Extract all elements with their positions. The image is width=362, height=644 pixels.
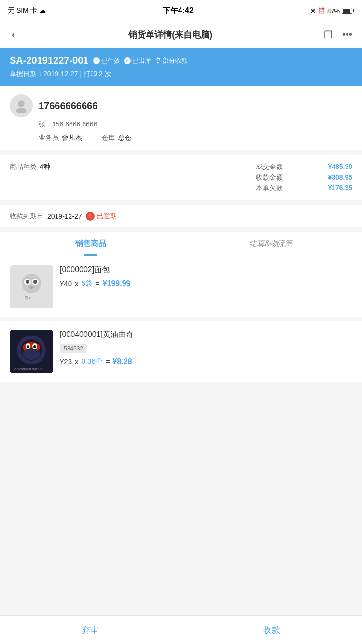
price-qty-1: 5袋 xyxy=(82,279,93,288)
price-multiply-2: x xyxy=(75,357,79,365)
product-name-2: [000400001]黄油曲奇 xyxy=(60,330,352,340)
product-thumb-2: advanced whale xyxy=(10,330,53,373)
more-button[interactable]: ••• xyxy=(340,27,354,42)
badge-effective: ✓ 已生效 xyxy=(93,56,120,65)
svg-point-18 xyxy=(27,345,29,348)
price-qty-2: 0.36个 xyxy=(82,357,103,366)
check-icon-1: ✓ xyxy=(93,57,100,64)
order-date-line: 单据日期：2019-12-27 | 打印 2 次 xyxy=(10,70,352,79)
product-price-1: ¥40 x 5袋 = ¥199.99 xyxy=(60,279,352,288)
stats-section: 商品种类 4种 成交金额 ¥485.30 收款金额 ¥308.95 本单欠款 ¥… xyxy=(0,155,362,200)
status-left: 无 SIM 卡 ☁ xyxy=(8,6,46,15)
alarm-icon: ⏰ xyxy=(318,7,325,14)
price-multiply-1: x xyxy=(75,280,79,288)
customer-sub-info: 张，156 6666 6666 xyxy=(39,120,352,129)
product-name-1: [0000002]面包 xyxy=(60,265,352,275)
price-base-1: ¥40 xyxy=(60,280,72,288)
share-button[interactable]: ❐ xyxy=(322,27,334,42)
payment-button[interactable]: 收款 xyxy=(181,616,362,644)
customer-section: 17666666666 张，156 6666 6666 业务员 曾凡杰 仓库 总… xyxy=(0,86,362,150)
svg-point-6 xyxy=(26,280,29,284)
svg-text:advanced whale: advanced whale xyxy=(14,367,42,371)
battery-percent: 87% xyxy=(327,7,340,14)
order-badges: ✓ 已生效 ✓ 已出库 ⏱ 部分收款 xyxy=(93,56,188,65)
product-type-stats: 商品种类 4种 xyxy=(10,163,50,171)
clock-icon: ⏱ xyxy=(155,57,161,64)
badge-partial: ⏱ 部分收款 xyxy=(155,56,188,65)
due-date-value: 2019-12-27 xyxy=(47,212,82,220)
svg-point-15 xyxy=(23,348,40,360)
customer-meta: 业务员 曾凡杰 仓库 总仓 xyxy=(39,134,352,142)
check-icon-2: ✓ xyxy=(124,57,131,64)
order-number: SA-20191227-001 xyxy=(10,55,88,66)
overdue-badge: ! 已逾期 xyxy=(86,212,117,221)
received-value: ¥308.95 xyxy=(328,173,352,182)
location-icon: ⤧ xyxy=(310,7,316,14)
product-info-1: [0000002]面包 ¥40 x 5袋 = ¥199.99 xyxy=(60,265,352,288)
warehouse-label: 仓库 xyxy=(101,134,115,142)
overdue-icon: ! xyxy=(86,212,95,221)
customer-avatar xyxy=(10,94,33,117)
nav-actions: ❐ ••• xyxy=(322,27,354,42)
product-sku-2: 534532 xyxy=(60,344,87,353)
svg-point-8 xyxy=(29,286,34,289)
product-item-2: advanced whale [000400001]黄油曲奇 534532 ¥2… xyxy=(0,321,362,386)
svg-text:店+: 店+ xyxy=(24,296,31,301)
received-label: 收款金额 xyxy=(256,173,283,182)
owed-label: 本单欠款 xyxy=(256,184,283,193)
amount-value: ¥485.30 xyxy=(328,163,352,171)
product-thumb-1: 店+ xyxy=(10,265,53,308)
badge-shipped: ✓ 已出库 xyxy=(124,56,151,65)
customer-id: 17666666666 xyxy=(39,100,97,112)
overdue-text: 已逾期 xyxy=(97,212,117,221)
product-item-1: 店+ [0000002]面包 ¥40 x 5袋 = ¥199.99 xyxy=(0,256,362,321)
nav-bar: ‹ 销货单详情(来自电脑) ❐ ••• xyxy=(0,21,362,48)
price-total-1: ¥199.99 xyxy=(103,280,131,288)
svg-point-19 xyxy=(33,345,36,348)
due-label: 收款到期日 xyxy=(10,212,43,221)
battery-icon xyxy=(342,8,354,14)
sales-label: 业务员 xyxy=(39,134,59,142)
svg-point-0 xyxy=(18,100,24,107)
cancel-review-button[interactable]: 弃审 xyxy=(0,616,181,644)
price-total-2: ¥8.28 xyxy=(113,357,132,366)
tab-sales-products[interactable]: 销售商品 xyxy=(0,232,181,256)
product-list: 店+ [0000002]面包 ¥40 x 5袋 = ¥199.99 xyxy=(0,256,362,386)
tab-settlement[interactable]: 结算&物流等 xyxy=(181,232,362,256)
svg-point-7 xyxy=(33,280,37,284)
sales-value: 曾凡杰 xyxy=(62,134,82,142)
sim-status: 无 SIM 卡 ☁ xyxy=(8,6,46,15)
warehouse-value: 总仓 xyxy=(118,134,131,142)
amount-label: 成交金额 xyxy=(256,163,283,171)
bottom-bar: 弃审 收款 xyxy=(0,615,362,644)
order-header: SA-20191227-001 ✓ 已生效 ✓ 已出库 ⏱ 部分收款 单据日期：… xyxy=(0,48,362,86)
page-title: 销货单详情(来自电脑) xyxy=(128,29,212,41)
status-bar: 无 SIM 卡 ☁ 下午4:42 ⤧ ⏰ 87% xyxy=(0,0,362,21)
price-base-2: ¥23 xyxy=(60,357,72,365)
price-equals-2: = xyxy=(106,357,110,365)
owed-value: ¥176.35 xyxy=(328,184,352,193)
price-equals-1: = xyxy=(96,280,100,288)
tabs-section: 销售商品 结算&物流等 xyxy=(0,232,362,256)
back-button[interactable]: ‹ xyxy=(8,25,19,45)
due-date-section: 收款到期日 2019-12-27 ! 已逾期 xyxy=(0,205,362,227)
amount-stats: 成交金额 ¥485.30 收款金额 ¥308.95 本单欠款 ¥176.35 xyxy=(256,163,352,193)
product-price-2: ¥23 x 0.36个 = ¥8.28 xyxy=(60,357,352,366)
product-info-2: [000400001]黄油曲奇 534532 ¥23 x 0.36个 = ¥8.… xyxy=(60,330,352,366)
svg-point-1 xyxy=(16,108,26,113)
status-time: 下午4:42 xyxy=(163,6,194,16)
type-label: 商品种类 xyxy=(10,163,37,171)
status-right: ⤧ ⏰ 87% xyxy=(310,7,354,14)
type-value: 4种 xyxy=(40,163,50,171)
